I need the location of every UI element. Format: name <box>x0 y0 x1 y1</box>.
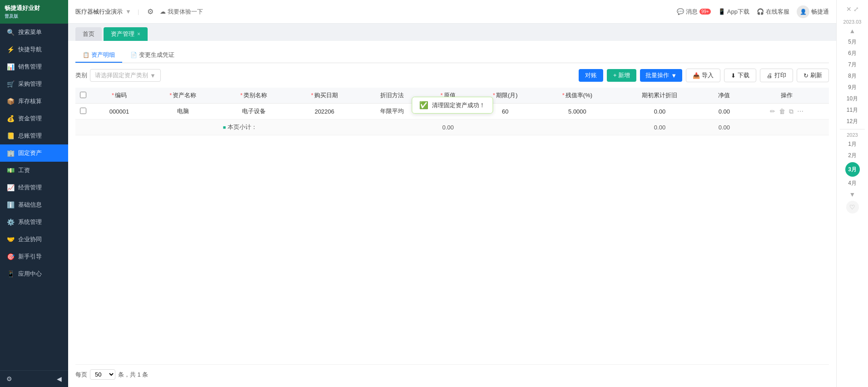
row-code-0: 000001 <box>91 104 148 119</box>
refresh-icon: ↻ <box>804 72 808 79</box>
sidebar-label-0: 搜索菜单 <box>18 28 42 36</box>
col-purchase-date: *购买日期 <box>289 88 360 104</box>
page-content: 📋资产明细📄变更生成凭证 类别 请选择固定资产类别 ▼ 对账 + 新增 <box>68 41 836 387</box>
timeline-month-last-0[interactable]: 4月 <box>845 178 859 189</box>
copy-icon-0[interactable]: ⧉ <box>789 108 794 115</box>
sidebar-item-基础信息[interactable]: ℹ️基础信息 <box>0 196 68 213</box>
sidebar-item-工资[interactable]: 💵工资 <box>0 162 68 179</box>
timeline-month-after-1[interactable]: 2月 <box>845 150 859 161</box>
row-name-0: 电脑 <box>148 104 218 119</box>
select-all-checkbox[interactable] <box>80 92 86 98</box>
sub-tabs: 📋资产明细📄变更生成凭证 <box>75 48 829 63</box>
sidebar-item-系统管理[interactable]: ⚙️系统管理 <box>0 213 68 231</box>
timeline-month-before-5[interactable]: 10月 <box>844 93 861 104</box>
message-icon: 💬 <box>677 8 684 15</box>
sidebar-item-销售管理[interactable]: 📊销售管理 <box>0 58 68 75</box>
timeline-close-icon[interactable]: ✕ <box>846 5 852 15</box>
sidebar-item-固定资产[interactable]: 🏢固定资产 <box>0 144 68 162</box>
sub-tab-icon-0: 📋 <box>83 52 89 58</box>
sidebar-icon-5: 💰 <box>6 115 15 122</box>
timeline-fav-icon[interactable]: ♡ <box>846 201 859 213</box>
app-download-btn[interactable]: 📱 App下载 <box>718 8 749 16</box>
sidebar-item-搜索菜单[interactable]: 🔍搜索菜单 <box>0 24 68 41</box>
timeline-month-before-2[interactable]: 7月 <box>844 59 861 70</box>
app-version: 普及版 <box>5 13 40 20</box>
row-residual-0: 5.0000 <box>539 104 616 119</box>
batch-btn[interactable]: 批量操作 ▼ <box>640 69 682 82</box>
category-select[interactable]: 请选择固定资产类别 ▼ <box>90 69 161 82</box>
timeline-nav-up-icon[interactable]: ▲ <box>848 25 858 36</box>
settings-icon[interactable]: ⚙ <box>6 375 12 382</box>
service-icon: 🎧 <box>757 8 764 15</box>
print-icon: 🖨 <box>767 72 773 79</box>
timeline-month-before-7[interactable]: 12月 <box>844 116 861 127</box>
sidebar-label-6: 总账管理 <box>18 132 42 140</box>
delete-icon-0[interactable]: 🗑 <box>779 108 785 115</box>
experience-label: 我要体验一下 <box>168 8 203 16</box>
download-btn[interactable]: ⬇ 下载 <box>724 69 756 82</box>
online-service-btn[interactable]: 🎧 在线客服 <box>757 8 789 16</box>
sidebar-bottom: ⚙ ◀ <box>0 370 68 387</box>
timeline-nav-down-icon[interactable]: ▼ <box>848 189 858 200</box>
sidebar-item-总账管理[interactable]: 📒总账管理 <box>0 127 68 144</box>
tab-0[interactable]: 首页 <box>75 27 102 41</box>
tab-1[interactable]: 资产管理× <box>104 27 148 41</box>
table-wrapper: *编码 *资产名称 *类别名称 *购买日期 折旧方法 *原值 *期限(月) *残… <box>75 88 829 135</box>
settings-gear-icon[interactable]: ⚙ <box>145 5 155 18</box>
collapse-sidebar-icon[interactable]: ◀ <box>57 375 62 382</box>
timeline-months-last: 4月 <box>845 178 859 189</box>
sidebar-label-13: 新手引导 <box>18 253 42 261</box>
more-icon-0[interactable]: ⋯ <box>797 108 804 115</box>
sidebar-icon-1: ⚡ <box>6 46 15 53</box>
filter-group: 类别 请选择固定资产类别 ▼ <box>75 69 161 82</box>
sub-tab-label-1: 变更生成凭证 <box>139 51 174 59</box>
refresh-btn[interactable]: ↻ 刷新 <box>797 69 829 82</box>
sub-tab-1[interactable]: 📄变更生成凭证 <box>123 48 182 63</box>
sub-tab-0[interactable]: 📋资产明细 <box>75 48 122 63</box>
timeline-expand-icon[interactable]: ⤢ <box>853 5 859 13</box>
message-btn[interactable]: 💬 消息 99+ <box>677 8 711 16</box>
sidebar-item-新手引导[interactable]: 🎯新手引导 <box>0 248 68 265</box>
timeline-month-before-0[interactable]: 5月 <box>844 36 861 48</box>
import-icon: 📥 <box>693 72 700 79</box>
subtotal-empty-period <box>472 119 539 135</box>
experience-btn[interactable]: ☁ 我要体验一下 <box>160 8 203 16</box>
sidebar-item-经营管理[interactable]: 📈经营管理 <box>0 179 68 196</box>
sidebar-label-7: 固定资产 <box>18 149 42 157</box>
category-placeholder: 请选择固定资产类别 <box>95 71 148 79</box>
sidebar-item-资金管理[interactable]: 💰资金管理 <box>0 110 68 127</box>
subtotal-empty-2 <box>91 119 148 135</box>
timeline-current-month[interactable]: 3月 <box>845 162 860 177</box>
timeline-month-before-1[interactable]: 6月 <box>844 48 861 59</box>
timeline-month-before-4[interactable]: 9月 <box>844 82 861 93</box>
sidebar-label-9: 经营管理 <box>18 184 42 192</box>
edit-icon-0[interactable]: ✏ <box>770 108 775 115</box>
per-page-select[interactable]: 50 100 200 <box>90 369 115 380</box>
timeline-months-after: 1月2月 <box>845 139 859 161</box>
user-btn[interactable]: 👤 畅捷通 <box>797 5 829 18</box>
import-btn[interactable]: 📥 导入 <box>686 69 720 82</box>
print-btn[interactable]: 🖨 打印 <box>760 69 793 82</box>
sidebar-item-应用中心[interactable]: 📱应用中心 <box>0 265 68 283</box>
subtotal-row: ■ 本页小计： 0.00 0.00 0.00 <box>75 119 829 135</box>
sidebar-item-快捷导航[interactable]: ⚡快捷导航 <box>0 41 68 58</box>
download-icon2: ⬇ <box>731 72 736 79</box>
company-selector[interactable]: 医疗器械行业演示 ▼ <box>75 8 131 16</box>
new-btn[interactable]: + 新增 <box>607 69 636 82</box>
sidebar-item-库存核算[interactable]: 📦库存核算 <box>0 93 68 110</box>
sub-tab-label-0: 资产明细 <box>91 51 115 59</box>
download-icon: 📱 <box>718 8 725 15</box>
timeline-month-after-0[interactable]: 1月 <box>845 139 859 150</box>
sidebar-item-采购管理[interactable]: 🛒采购管理 <box>0 75 68 93</box>
subtotal-empty-residual <box>539 119 616 135</box>
row-checkbox-0[interactable] <box>80 108 86 114</box>
reconcile-btn[interactable]: 对账 <box>579 69 603 82</box>
sidebar-label-3: 采购管理 <box>18 80 42 88</box>
sidebar-label-1: 快捷导航 <box>18 45 42 54</box>
row-category-0: 电子设备 <box>218 104 289 119</box>
timeline-month-before-3[interactable]: 8月 <box>844 70 861 82</box>
tab-close-1[interactable]: × <box>137 31 140 37</box>
select-all-cell <box>75 88 91 104</box>
sidebar-item-企业协同[interactable]: 🤝企业协同 <box>0 231 68 248</box>
timeline-month-before-6[interactable]: 11月 <box>844 104 861 116</box>
